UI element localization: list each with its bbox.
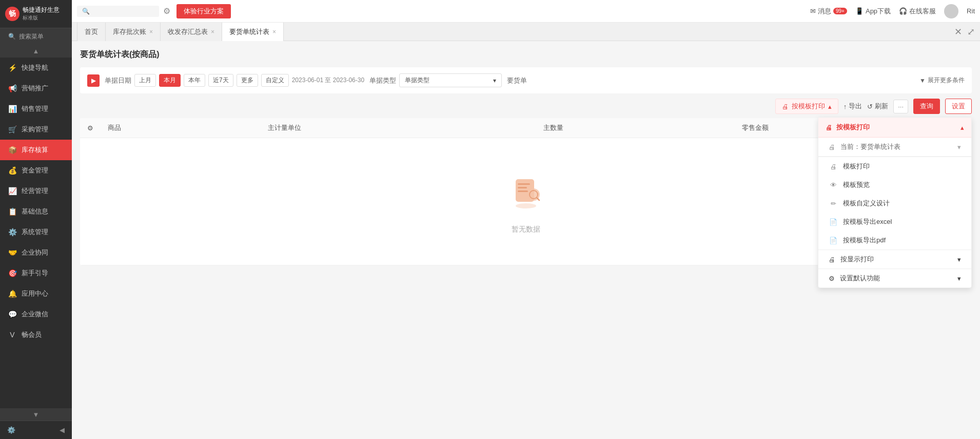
sidebar-item-member[interactable]: V 畅会员 [0, 325, 72, 345]
sidebar-item-inventory[interactable]: 📦 库存核算 [0, 140, 72, 160]
maximize-btn[interactable]: ⤢ [967, 26, 975, 37]
tab-collection-summary-label: 收发存汇总表 [168, 27, 208, 36]
online-service-btn[interactable]: 🎧 在线客服 [899, 7, 936, 16]
template-pdf-icon: 📄 [829, 236, 838, 245]
expand-conditions-btn[interactable]: ▼ 展开更多条件 [919, 76, 965, 85]
sidebar-bottom: ⚙️ ◀ [0, 421, 72, 439]
tab-batch-accounts-close[interactable]: × [149, 28, 153, 35]
current-chevron: ▾ [957, 143, 961, 151]
content-area: 要货单统计表(按商品) ▶ 单据日期 上月 本月 本年 近7天 更多 自定义 2… [72, 41, 980, 439]
sidebar-settings-icon[interactable]: ⚙️ [7, 426, 15, 434]
refresh-btn[interactable]: ↺ 刷新 [867, 102, 888, 111]
sidebar-item-label: 畅会员 [22, 330, 42, 339]
date-filter-group: 单据日期 上月 本月 本年 近7天 更多 自定义 2023-06-01 至 20… [105, 74, 364, 87]
set-default-chevron: ▾ [957, 275, 961, 282]
date-btn-this-year[interactable]: 本年 [184, 74, 205, 87]
dropdown-default-section: ⚙ 设置默认功能 ▾ [818, 269, 971, 288]
dropdown-current-section: 🖨 当前：要货单统计表 ▾ [818, 138, 971, 157]
topbar-search-box[interactable]: 🔍 [77, 6, 159, 17]
current-template-label[interactable]: 🖨 当前：要货单统计表 ▾ [818, 138, 971, 157]
col-gear[interactable]: ⚙ [80, 118, 101, 138]
sidebar-item-basic[interactable]: 📋 基础信息 [0, 201, 72, 222]
sidebar-search[interactable]: 🔍 搜索菜单 [0, 28, 72, 45]
messages-btn[interactable]: ✉ 消息 99+ [810, 7, 847, 16]
date-btn-this-month[interactable]: 本月 [159, 74, 181, 87]
operation-icon: 📈 [7, 187, 17, 195]
page-title: 要货单统计表(按商品) [80, 49, 972, 60]
dropdown-items-section: 🖨 模板打印 👁 模板预览 ✏ 模板自定义设计 📄 按模板导出excel 📄 [818, 157, 971, 250]
sidebar-item-sales[interactable]: 📊 销售管理 [0, 99, 72, 119]
topbar-right: ✉ 消息 99+ 📱 App下载 🎧 在线客服 Rit [810, 4, 975, 18]
logo-text: 畅捷通好生意 标准版 [23, 6, 60, 22]
export-icon: ↑ [844, 103, 847, 110]
print-template-label: 按模板打印 [792, 102, 825, 111]
dropdown-item-template-print[interactable]: 🖨 模板打印 [818, 157, 971, 176]
topbar-search-input[interactable] [90, 8, 146, 15]
date-btn-7days[interactable]: 近7天 [208, 74, 233, 87]
settings-btn[interactable]: 设置 [945, 99, 972, 114]
template-excel-icon: 📄 [829, 217, 838, 226]
dropdown-item-template-excel[interactable]: 📄 按模板导出excel [818, 213, 971, 231]
template-print-label: 模板打印 [843, 162, 870, 171]
dropdown-item-template-design[interactable]: ✏ 模板自定义设计 [818, 194, 971, 213]
sidebar-item-guide[interactable]: 🎯 新手引导 [0, 263, 72, 283]
date-btn-prev-month[interactable]: 上月 [134, 74, 156, 87]
dropdown-item-template-preview[interactable]: 👁 模板预览 [818, 176, 971, 194]
dropdown-item-set-default[interactable]: ⚙ 设置默认功能 ▾ [818, 269, 971, 288]
sidebar-item-quick-nav[interactable]: ⚡ 快捷导航 [0, 58, 72, 78]
dropdown-item-template-pdf[interactable]: 📄 按模板导出pdf [818, 231, 971, 250]
more-options-btn[interactable]: ··· [893, 100, 908, 113]
tabbar-right: ✕ ⤢ [954, 26, 975, 37]
sidebar-item-label: 采购管理 [22, 125, 48, 134]
tab-home[interactable]: 首页 [77, 23, 106, 41]
sidebar-item-operation[interactable]: 📈 经营管理 [0, 181, 72, 201]
topbar-search-icon: 🔍 [82, 8, 90, 15]
basic-icon: 📋 [7, 207, 17, 216]
tab-collection-summary[interactable]: 收发存汇总表 × [161, 23, 222, 41]
dropdown-header[interactable]: 🖨 按模板打印 ▴ [818, 118, 971, 138]
sidebar: 畅 畅捷通好生意 标准版 🔍 搜索菜单 ▲ ⚡ 快捷导航 📢 营销推广 📊 销售… [0, 0, 72, 439]
trial-btn[interactable]: 体验行业方案 [177, 4, 231, 18]
dropdown-title: 按模板打印 [836, 123, 870, 132]
order-goods-label: 要货单 [507, 76, 527, 85]
expand-label: 展开更多条件 [928, 76, 965, 85]
date-btn-more[interactable]: 更多 [237, 74, 258, 87]
sidebar-item-label: 基础信息 [22, 207, 48, 216]
set-default-icon: ⚙ [829, 275, 835, 282]
empty-icon [505, 169, 546, 218]
svg-line-7 [537, 198, 539, 200]
print-icon: 🖨 [782, 103, 789, 110]
sidebar-item-wechat[interactable]: 💬 企业微信 [0, 304, 72, 325]
print-template-btn[interactable]: 🖨 按模板打印 ▴ [775, 99, 838, 114]
headset-icon: 🎧 [899, 7, 907, 15]
sidebar-item-finance[interactable]: 💰 资金管理 [0, 160, 72, 181]
topbar-gear-icon[interactable]: ⚙ [163, 6, 170, 16]
user-avatar[interactable] [944, 4, 958, 18]
query-btn[interactable]: 查询 [913, 99, 940, 114]
display-print-chevron: ▾ [957, 256, 961, 263]
template-design-icon: ✏ [829, 199, 838, 208]
scroll-up-btn[interactable]: ▲ [0, 45, 72, 58]
set-default-left: ⚙ 设置默认功能 [829, 274, 880, 283]
tab-batch-accounts[interactable]: 库存批次账 × [106, 23, 161, 41]
order-type-select[interactable]: 单据类型 ▾ [399, 73, 502, 87]
tab-collection-summary-close[interactable]: × [211, 28, 214, 35]
tab-order-stats[interactable]: 要货单统计表 × [222, 23, 284, 41]
sidebar-item-marketing[interactable]: 📢 营销推广 [0, 78, 72, 99]
sidebar-item-appstore[interactable]: 🔔 应用中心 [0, 283, 72, 304]
sidebar-item-label: 企业微信 [22, 310, 48, 319]
scroll-down-btn[interactable]: ▼ [0, 408, 72, 421]
sidebar-item-collab[interactable]: 🤝 企业协同 [0, 242, 72, 263]
date-range-display: 2023-06-01 至 2023-06-30 [292, 76, 364, 85]
close-all-btn[interactable]: ✕ [954, 26, 962, 37]
export-btn[interactable]: ↑ 导出 [844, 102, 863, 111]
date-btn-custom[interactable]: 自定义 [261, 74, 289, 87]
filter-expand-arrow[interactable]: ▶ [87, 74, 100, 87]
sidebar-collapse-icon[interactable]: ◀ [60, 426, 65, 434]
sidebar-item-system[interactable]: ⚙️ 系统管理 [0, 222, 72, 242]
dropdown-item-display-print[interactable]: 🖨 按显示打印 ▾ [818, 250, 971, 269]
tab-order-stats-close[interactable]: × [272, 28, 276, 35]
app-download-btn[interactable]: 📱 App下载 [855, 7, 891, 16]
sidebar-item-purchase[interactable]: 🛒 采购管理 [0, 119, 72, 140]
logo-icon: 畅 [5, 7, 19, 21]
